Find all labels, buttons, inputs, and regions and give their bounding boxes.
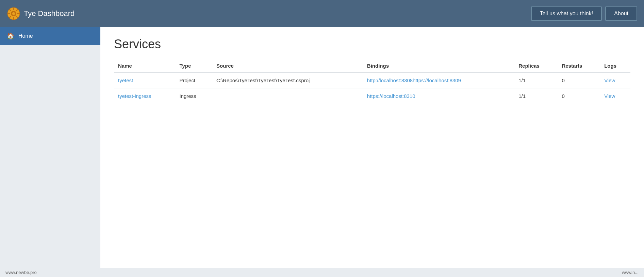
tye-logo-icon bbox=[7, 7, 20, 20]
main-content: Services Name Type Source Bindings Repli… bbox=[100, 27, 644, 277]
service-restarts: 0 bbox=[558, 72, 600, 88]
table-row: tyetestProjectC:\Repos\TyeTest\TyeTest\T… bbox=[114, 72, 630, 88]
service-name-link[interactable]: tyetest bbox=[118, 77, 133, 83]
page-title: Services bbox=[114, 37, 630, 51]
feedback-button[interactable]: Tell us what you think! bbox=[531, 6, 602, 21]
sidebar: 🏠 Home bbox=[0, 27, 100, 277]
sidebar-item-label: Home bbox=[18, 33, 33, 39]
service-name-link[interactable]: tyetest-ingress bbox=[118, 93, 151, 99]
footer-right: www.n... bbox=[622, 270, 639, 275]
service-restarts: 0 bbox=[558, 88, 600, 104]
about-button[interactable]: About bbox=[605, 6, 637, 21]
col-source: Source bbox=[212, 59, 363, 72]
service-type: Ingress bbox=[175, 88, 212, 104]
service-type: Project bbox=[175, 72, 212, 88]
service-logs-link[interactable]: View bbox=[604, 77, 615, 83]
services-table: Name Type Source Bindings Replicas Resta… bbox=[114, 59, 630, 104]
service-replicas: 1/1 bbox=[514, 88, 558, 104]
header-right: Tell us what you think! About bbox=[531, 6, 637, 21]
col-bindings: Bindings bbox=[363, 59, 514, 72]
service-replicas: 1/1 bbox=[514, 72, 558, 88]
service-logs-link[interactable]: View bbox=[604, 93, 615, 99]
service-binding-link[interactable]: http://localhost:8308https://localhost:8… bbox=[367, 77, 461, 83]
table-body: tyetestProjectC:\Repos\TyeTest\TyeTest\T… bbox=[114, 72, 630, 104]
col-replicas: Replicas bbox=[514, 59, 558, 72]
service-source bbox=[212, 88, 363, 104]
service-source: C:\Repos\TyeTest\TyeTest\TyeTest.csproj bbox=[212, 72, 363, 88]
svg-point-2 bbox=[12, 12, 15, 15]
footer-left: www.newbe.pro bbox=[5, 270, 37, 275]
home-icon: 🏠 bbox=[7, 32, 14, 40]
header: Tye Dashboard Tell us what you think! Ab… bbox=[0, 0, 644, 27]
footer: www.newbe.pro www.n... bbox=[0, 268, 644, 277]
sidebar-item-home[interactable]: 🏠 Home bbox=[0, 27, 100, 45]
table-row: tyetest-ingressIngresshttps://localhost:… bbox=[114, 88, 630, 104]
col-type: Type bbox=[175, 59, 212, 72]
app-title: Tye Dashboard bbox=[24, 9, 75, 18]
table-header-row: Name Type Source Bindings Replicas Resta… bbox=[114, 59, 630, 72]
header-left: Tye Dashboard bbox=[7, 7, 75, 20]
col-restarts: Restarts bbox=[558, 59, 600, 72]
service-binding-link[interactable]: https://localhost:8310 bbox=[367, 93, 415, 99]
col-name: Name bbox=[114, 59, 175, 72]
table-header: Name Type Source Bindings Replicas Resta… bbox=[114, 59, 630, 72]
layout: 🏠 Home Services Name Type Source Binding… bbox=[0, 27, 644, 277]
col-logs: Logs bbox=[600, 59, 630, 72]
